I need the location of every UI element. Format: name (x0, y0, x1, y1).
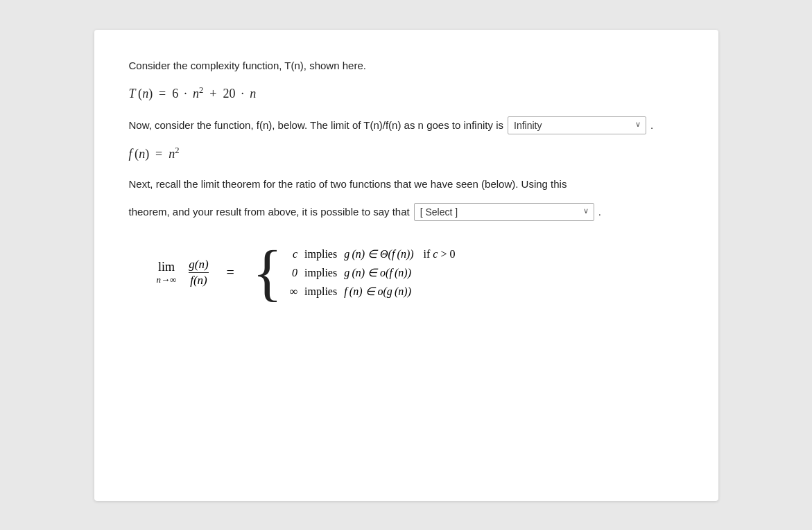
main-card: Consider the complexity function, T(n), … (94, 30, 718, 501)
equals-sign: = (221, 265, 240, 281)
case-row-c: c implies g (n) ∈ Θ(f (n)) if c > 0 (286, 247, 455, 260)
cases-system: { c implies g (n) ∈ Θ(f (n)) if c > 0 0 … (252, 242, 456, 304)
case-conclusion-0: g (n) ∈ o(f (n)) (344, 266, 411, 279)
case-val-c: c (286, 248, 297, 260)
conclusion-select-wrapper: [ Select ] T(n) ∈ Θ(f(n)) T(n) ∈ o(f(n))… (414, 202, 594, 221)
tn-formula: T (n) = 6 · n2 + 20 · n (129, 84, 684, 103)
cases-list: c implies g (n) ∈ Θ(f (n)) if c > 0 0 im… (286, 247, 455, 298)
case-val-inf: ∞ (286, 285, 297, 298)
theorem-row-2: theorem, and your result from above, it … (129, 202, 684, 221)
fn-intro-row: Now, consider the function, f(n), below.… (129, 116, 684, 134)
case-condition-c: if c > 0 (421, 248, 456, 260)
period-2: . (598, 202, 601, 221)
lim-notation: lim n→∞ (157, 260, 177, 285)
case-conclusion-c: g (n) ∈ Θ(f (n)) (344, 247, 413, 260)
left-brace-icon: { (252, 242, 282, 304)
case-implies-0: implies (304, 267, 337, 279)
fn-formula-text: f (n) = n2 (129, 147, 180, 161)
limit-value-select-wrapper: Infinity 0 6 Other ∨ (508, 116, 646, 134)
case-implies-inf: implies (304, 285, 337, 298)
lim-subscript: n→∞ (157, 274, 177, 285)
intro-text: Consider the complexity function, T(n), … (129, 58, 684, 74)
limit-value-dropdown[interactable]: Infinity 0 6 Other (508, 116, 646, 134)
case-row-0: 0 implies g (n) ∈ o(f (n)) (286, 266, 455, 279)
conclusion-dropdown[interactable]: [ Select ] T(n) ∈ Θ(f(n)) T(n) ∈ o(f(n))… (414, 203, 594, 221)
theorem-text-1: Next, recall the limit theorem for the r… (129, 176, 684, 193)
case-val-0: 0 (286, 267, 297, 279)
case-row-inf: ∞ implies f (n) ∈ o(g (n)) (286, 285, 455, 298)
fn-formula: f (n) = n2 (129, 144, 684, 164)
fraction-numerator: g(n) (189, 258, 208, 273)
tn-formula-text: T (n) = 6 · n2 + 20 · n (129, 87, 257, 100)
fn-intro-text: Now, consider the function, f(n), below.… (129, 116, 504, 134)
limit-theorem-block: lim n→∞ g(n) f(n) = { c implies g (n) ∈ … (157, 242, 684, 304)
lim-label: lim (158, 260, 175, 274)
theorem-text-2: theorem, and your result from above, it … (129, 202, 410, 221)
case-conclusion-inf: f (n) ∈ o(g (n)) (344, 285, 411, 298)
period-1: . (650, 116, 653, 134)
limit-fraction: g(n) f(n) (189, 258, 208, 288)
case-implies-c: implies (304, 248, 337, 260)
fraction-denominator: f(n) (190, 273, 207, 288)
